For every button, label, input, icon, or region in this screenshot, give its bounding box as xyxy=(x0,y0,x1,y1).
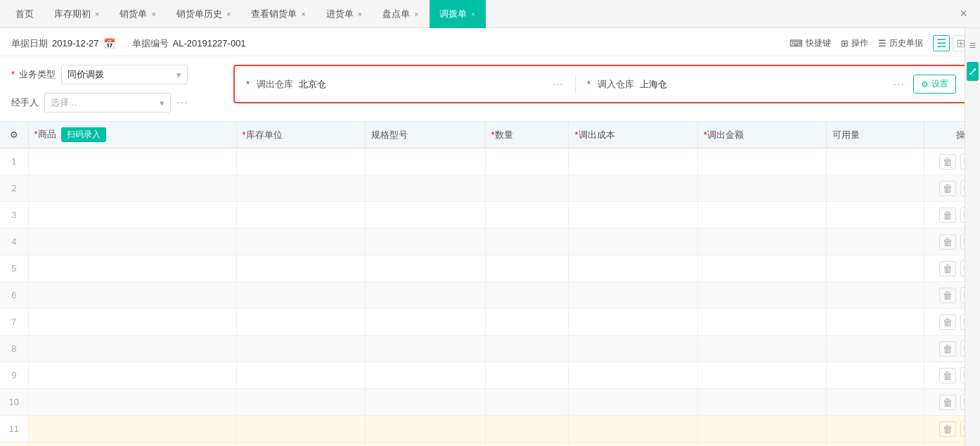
available-cell-2[interactable] xyxy=(826,175,924,202)
scan-entry-button[interactable]: 扫码录入 xyxy=(61,127,106,142)
available-cell-6[interactable] xyxy=(826,282,924,309)
amount-cell-11[interactable] xyxy=(697,416,826,442)
qty-cell-4[interactable] xyxy=(485,229,569,255)
delete-icon-4[interactable]: 🗑 xyxy=(939,234,956,250)
cost-cell-4[interactable] xyxy=(569,229,697,255)
spec-cell-1[interactable] xyxy=(365,148,485,175)
layout-list-icon[interactable]: ☰ xyxy=(933,35,950,51)
delete-icon-9[interactable]: 🗑 xyxy=(939,368,956,383)
product-cell-11[interactable] xyxy=(28,416,236,442)
biz-type-select[interactable]: 同价调拨 ▾ xyxy=(61,65,188,84)
amount-cell-4[interactable] xyxy=(697,229,826,255)
cost-cell-7[interactable] xyxy=(569,309,697,336)
unit-cell-3[interactable] xyxy=(236,202,365,229)
qty-cell-11[interactable] xyxy=(485,416,569,442)
handler-more-button[interactable]: ··· xyxy=(176,96,188,109)
qty-cell-8[interactable] xyxy=(485,336,569,362)
unit-cell-4[interactable] xyxy=(236,229,365,255)
spec-cell-6[interactable] xyxy=(365,282,485,309)
qty-cell-9[interactable] xyxy=(485,362,569,389)
amount-cell-2[interactable] xyxy=(697,175,826,202)
spec-cell-7[interactable] xyxy=(365,309,485,336)
available-cell-10[interactable] xyxy=(826,389,924,416)
amount-cell-7[interactable] xyxy=(697,309,826,336)
cost-cell-5[interactable] xyxy=(569,255,697,282)
available-cell-3[interactable] xyxy=(826,202,924,229)
unit-cell-10[interactable] xyxy=(236,389,365,416)
qty-cell-2[interactable] xyxy=(485,175,569,202)
spec-cell-4[interactable] xyxy=(365,229,485,255)
available-cell-11[interactable] xyxy=(826,416,924,442)
unit-cell-2[interactable] xyxy=(236,175,365,202)
tab-sales-order[interactable]: 销货单 × xyxy=(110,0,166,28)
cost-cell-2[interactable] xyxy=(569,175,697,202)
qty-cell-10[interactable] xyxy=(485,389,569,416)
delete-icon-2[interactable]: 🗑 xyxy=(939,181,956,196)
delete-icon-3[interactable]: 🗑 xyxy=(939,208,956,223)
cost-cell-8[interactable] xyxy=(569,336,697,362)
settings-button[interactable]: ⚙ 设置 xyxy=(913,75,956,94)
tab-transfer-order[interactable]: 调拨单 × xyxy=(430,0,486,28)
delete-icon-10[interactable]: 🗑 xyxy=(939,395,956,410)
delete-icon-6[interactable]: 🗑 xyxy=(939,288,956,303)
delete-icon-11[interactable]: 🗑 xyxy=(939,421,956,437)
delete-icon-8[interactable]: 🗑 xyxy=(939,341,956,357)
unit-cell-1[interactable] xyxy=(236,148,365,175)
calendar-icon[interactable]: 📅 xyxy=(103,38,115,49)
delete-icon-7[interactable]: 🗑 xyxy=(939,314,956,330)
amount-cell-8[interactable] xyxy=(697,336,826,362)
handler-select[interactable]: 选择... ▾ xyxy=(44,93,171,113)
unit-cell-6[interactable] xyxy=(236,282,365,309)
product-cell-5[interactable] xyxy=(28,255,236,282)
available-cell-9[interactable] xyxy=(826,362,924,389)
cost-cell-6[interactable] xyxy=(569,282,697,309)
tab-sales-history[interactable]: 销货单历史 × xyxy=(167,0,241,28)
available-cell-8[interactable] xyxy=(826,336,924,362)
tab-close-inventory-init[interactable]: × xyxy=(95,10,99,18)
operations-button[interactable]: ⊞ 操作 xyxy=(841,37,868,49)
available-cell-1[interactable] xyxy=(826,148,924,175)
available-cell-5[interactable] xyxy=(826,255,924,282)
tab-home[interactable]: 首页 xyxy=(6,0,44,28)
out-warehouse-more-button[interactable]: ··· xyxy=(553,78,564,91)
tab-purchase-order[interactable]: 进货单 × xyxy=(316,0,373,28)
product-cell-3[interactable] xyxy=(28,202,236,229)
unit-cell-5[interactable] xyxy=(236,255,365,282)
product-cell-6[interactable] xyxy=(28,282,236,309)
amount-cell-9[interactable] xyxy=(697,362,826,389)
cost-cell-10[interactable] xyxy=(569,389,697,416)
spec-cell-11[interactable] xyxy=(365,416,485,442)
product-cell-7[interactable] xyxy=(28,309,236,336)
amount-cell-10[interactable] xyxy=(697,389,826,416)
available-cell-7[interactable] xyxy=(826,309,924,336)
spec-cell-5[interactable] xyxy=(365,255,485,282)
in-warehouse-more-button[interactable]: ··· xyxy=(894,78,905,91)
tab-inventory-init[interactable]: 库存期初 × xyxy=(44,0,110,28)
amount-cell-5[interactable] xyxy=(697,255,826,282)
cost-cell-3[interactable] xyxy=(569,202,697,229)
spec-cell-9[interactable] xyxy=(365,362,485,389)
product-cell-10[interactable] xyxy=(28,389,236,416)
spec-cell-8[interactable] xyxy=(365,336,485,362)
sidebar-expand-icon[interactable]: ⤢ xyxy=(967,62,979,81)
product-cell-1[interactable] xyxy=(28,148,236,175)
amount-cell-6[interactable] xyxy=(697,282,826,309)
tab-close-transfer-order[interactable]: × xyxy=(471,10,475,18)
amount-cell-1[interactable] xyxy=(697,148,826,175)
qty-cell-3[interactable] xyxy=(485,202,569,229)
tab-bar-close-button[interactable]: × xyxy=(953,6,974,21)
tab-close-sales-order[interactable]: × xyxy=(151,10,155,18)
tab-inventory-check[interactable]: 盘点单 × xyxy=(373,0,429,28)
tab-close-purchase-order[interactable]: × xyxy=(358,10,362,18)
qty-cell-7[interactable] xyxy=(485,309,569,336)
delete-icon-5[interactable]: 🗑 xyxy=(939,261,956,276)
th-gear[interactable]: ⚙ xyxy=(0,122,28,148)
amount-cell-3[interactable] xyxy=(697,202,826,229)
product-cell-2[interactable] xyxy=(28,175,236,202)
tab-close-sales-history[interactable]: × xyxy=(226,10,231,18)
cost-cell-1[interactable] xyxy=(569,148,697,175)
shortcuts-button[interactable]: ⌨ 快捷键 xyxy=(789,37,831,49)
history-button[interactable]: ☰ 历史单据 xyxy=(878,37,923,49)
delete-icon-1[interactable]: 🗑 xyxy=(939,154,956,170)
qty-cell-5[interactable] xyxy=(485,255,569,282)
